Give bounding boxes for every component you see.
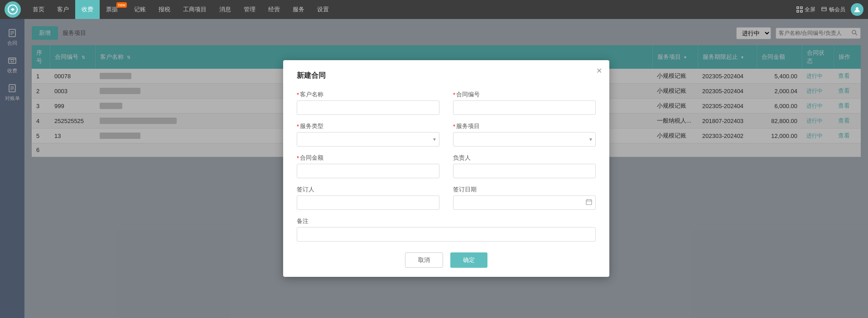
signer-row: 签订人	[297, 185, 439, 210]
remarks-row: 备注	[297, 217, 596, 242]
service-item-label: * 服务项目	[453, 122, 596, 130]
avatar[interactable]	[851, 3, 863, 16]
fullscreen-button[interactable]: 全屏	[796, 6, 815, 14]
new-contract-modal: ✕ 新建合同 * 客户名称 * 合同编号	[283, 60, 609, 277]
contract-no-input[interactable]	[453, 100, 596, 115]
sign-date-label: 签订日期	[453, 185, 596, 194]
contract-icon	[7, 28, 17, 38]
confirm-button[interactable]: 确定	[450, 252, 487, 268]
sidebar-item-statement[interactable]: 对账单	[0, 79, 24, 106]
contract-amount-label: * 合同金额	[297, 154, 439, 162]
nav-operation[interactable]: 经营	[262, 0, 286, 19]
service-type-label: * 服务类型	[297, 122, 439, 130]
modal-close-button[interactable]: ✕	[596, 66, 602, 75]
new-badge: new	[116, 2, 127, 8]
svg-rect-5	[822, 7, 826, 11]
svg-rect-1	[797, 7, 799, 9]
cancel-button[interactable]: 取消	[405, 252, 443, 268]
svg-rect-2	[800, 7, 802, 9]
responsible-person-row: 负责人	[453, 154, 596, 178]
modal-form: * 客户名称 * 合同编号	[297, 90, 596, 242]
top-navbar: 首页 客户 收费 票据 new 记账 报税 工商项目 消息 管理 经营 服务 设…	[0, 0, 868, 19]
sidebar-item-contract[interactable]: 合同	[0, 24, 24, 51]
nav-business[interactable]: 工商项目	[177, 0, 213, 19]
modal-overlay: ✕ 新建合同 * 客户名称 * 合同编号	[24, 19, 868, 318]
content-area: 新增 服务项目 进行中 序号 合同编号 ⇅ 客户名称 ⇅ 服务项目 ▾	[24, 19, 868, 318]
client-name-input[interactable]	[297, 100, 439, 115]
service-item-select[interactable]	[453, 132, 596, 147]
svg-rect-12	[9, 58, 16, 63]
client-name-label: * 客户名称	[297, 90, 439, 99]
service-type-row: * 服务类型 ▾	[297, 122, 439, 147]
sidebar-item-billing[interactable]: 收费	[0, 51, 24, 79]
nav-right-actions: 全屏 畅会员	[796, 3, 863, 16]
nav-customer[interactable]: 客户	[51, 0, 75, 19]
responsible-person-label: 负责人	[453, 154, 596, 162]
nav-tax[interactable]: 报税	[152, 0, 177, 19]
statement-icon	[7, 83, 17, 93]
nav-home[interactable]: 首页	[26, 0, 51, 19]
contract-no-row: * 合同编号	[453, 90, 596, 115]
remarks-input[interactable]	[297, 227, 596, 242]
contract-no-label: * 合同编号	[453, 90, 596, 99]
service-type-select[interactable]	[297, 132, 439, 147]
sign-date-input[interactable]: 2023-06-06	[453, 195, 596, 210]
member-button[interactable]: 畅会员	[821, 6, 845, 14]
modal-footer: 取消 确定	[297, 252, 596, 268]
nav-message[interactable]: 消息	[213, 0, 237, 19]
remarks-label: 备注	[297, 217, 596, 225]
billing-icon	[7, 56, 17, 66]
contract-amount-row: * 合同金额 0.00	[297, 154, 439, 178]
svg-point-13	[11, 59, 14, 62]
modal-title: 新建合同	[297, 71, 596, 81]
svg-rect-3	[797, 10, 799, 12]
client-name-row: * 客户名称	[297, 90, 439, 115]
nav-menu: 首页 客户 收费 票据 new 记账 报税 工商项目 消息 管理 经营 服务 设…	[26, 0, 796, 19]
svg-rect-4	[800, 10, 802, 12]
sidebar: 合同 收费 对账单	[0, 19, 24, 318]
nav-invoice[interactable]: 票据 new	[100, 0, 128, 19]
contract-amount-input[interactable]: 0.00	[297, 164, 439, 178]
nav-billing[interactable]: 收费	[75, 0, 100, 19]
nav-bookkeeping[interactable]: 记账	[128, 0, 152, 19]
responsible-person-input[interactable]	[453, 164, 596, 178]
signer-label: 签订人	[297, 185, 439, 194]
nav-manage[interactable]: 管理	[237, 0, 262, 19]
nav-settings[interactable]: 设置	[311, 0, 335, 19]
sign-date-row: 签订日期 2023-06-06	[453, 185, 596, 210]
signer-input[interactable]	[297, 195, 439, 210]
service-item-row: * 服务项目 ▾	[453, 122, 596, 147]
app-logo	[5, 1, 21, 18]
nav-service[interactable]: 服务	[286, 0, 311, 19]
